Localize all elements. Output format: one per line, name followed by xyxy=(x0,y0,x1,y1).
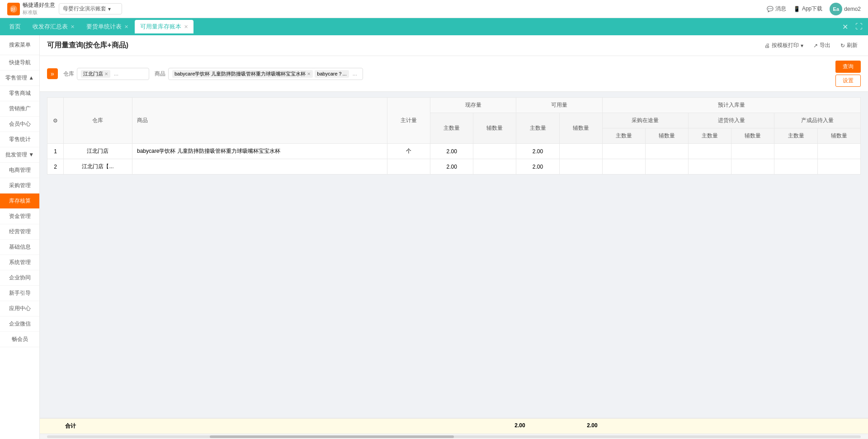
product-tag-0: babycare学饮杯 儿童防摔防撞吸管杯重力球吸嘴杯宝宝水杯 ✕ xyxy=(172,70,313,78)
sidebar-item-member[interactable]: 会员中心 xyxy=(0,117,39,132)
tab-fullscreen-btn[interactable]: ⛶ xyxy=(854,22,864,32)
product-label: 商品 xyxy=(155,70,165,78)
col-settings-header[interactable]: ⚙ xyxy=(47,98,64,144)
col-product-main-header: 主数量 xyxy=(774,128,817,144)
logo-sub-text: 标准版 xyxy=(23,9,55,16)
tab-home-label: 首页 xyxy=(9,23,21,31)
cell-purch-aux-1 xyxy=(645,159,688,175)
cell-no-1: 2 xyxy=(47,159,64,175)
sidebar-item-wholesale[interactable]: 批发管理 ▼ xyxy=(0,147,39,163)
sidebar-item-retail-mgmt[interactable]: 零售管理 ▲ xyxy=(0,71,39,86)
industry-label: 母婴行业演示账套 xyxy=(63,5,106,13)
footer-label: 合计 xyxy=(61,422,97,430)
sidebar-search-area: 搜索菜单 xyxy=(0,35,39,55)
bottom-scrollbar[interactable] xyxy=(40,434,868,439)
tab-order-stats-close[interactable]: ✕ xyxy=(124,24,128,30)
cell-purch-aux-0 xyxy=(645,144,688,159)
chevron-down-icon: ▾ xyxy=(801,42,803,49)
tab-home[interactable]: 首页 xyxy=(4,20,26,33)
sidebar-item-enterprise-wechat[interactable]: 企业微信 xyxy=(0,316,39,332)
col-planned-in-header: 预计入库量 xyxy=(602,98,860,113)
sidebar-search-btn[interactable]: 搜索菜单 xyxy=(4,39,36,51)
sidebar-item-chang-member[interactable]: 畅会员 xyxy=(0,332,39,347)
content-area: 可用量查询(按仓库+商品) 🖨 按模板打印 ▾ ↗ 导出 ↻ 刷新 xyxy=(40,35,868,439)
scroll-thumb[interactable] xyxy=(210,435,454,438)
product-tag-0-remove[interactable]: ✕ xyxy=(307,71,311,76)
sidebar-item-app-center[interactable]: 应用中心 xyxy=(0,301,39,316)
col-purchase-transit-label: 采购在途量 xyxy=(602,113,688,128)
warehouse-more-btn[interactable]: ... xyxy=(112,71,120,77)
top-bar-right: 💬 消息 📱 App下载 Ea demo2 xyxy=(767,3,861,15)
refresh-btn[interactable]: ↻ 刷新 xyxy=(837,40,861,51)
footer-product-main xyxy=(791,422,827,430)
user-area[interactable]: Ea demo2 xyxy=(830,3,861,15)
col-purchase-aux-header: 辅数量 xyxy=(645,128,688,144)
cell-warehouse-0: 江北门店 xyxy=(64,144,132,159)
print-label: 按模板打印 xyxy=(772,42,799,49)
top-bar: 好 畅捷通好生意 标准版 母婴行业演示账套 ▾ 💬 消息 📱 App下载 Ea … xyxy=(0,0,868,18)
sidebar-item-business[interactable]: 经营管理 xyxy=(0,224,39,240)
main-layout: 搜索菜单 快捷导航 零售管理 ▲ 零售商城 营销推广 会员中心 零售统计 批发管… xyxy=(0,35,868,439)
footer-incoming-aux xyxy=(755,422,791,430)
app-download-btn[interactable]: 📱 App下载 xyxy=(793,5,822,13)
cell-inc-aux-0 xyxy=(731,144,774,159)
footer-avail-main: 2.00 xyxy=(574,422,610,430)
product-input[interactable]: babycare学饮杯 儿童防摔防撞吸管杯重力球吸嘴杯宝宝水杯 ✕ babyca… xyxy=(168,68,363,80)
product-tag-text-1: babycare？... xyxy=(317,71,346,77)
query-btn[interactable]: 查询 xyxy=(835,61,861,73)
tab-receive-summary[interactable]: 收发存汇总表 ✕ xyxy=(27,20,80,33)
cell-unit-0: 个 xyxy=(387,144,430,159)
export-btn[interactable]: ↗ 导出 xyxy=(810,40,834,51)
cell-warehouse-1: 江北门店【... xyxy=(64,159,132,175)
cell-inc-main-1 xyxy=(689,159,731,175)
product-more-btn[interactable]: ... xyxy=(351,71,359,77)
footer-current-main: 2.00 xyxy=(502,422,538,430)
tab-bar: 首页 收发存汇总表 ✕ 要货单统计表 ✕ 可用量库存账本 ✕ ✕ ⛶ xyxy=(0,18,868,35)
logo-main-text: 畅捷通好生意 xyxy=(23,2,55,9)
tab-available-stock[interactable]: 可用量库存账本 ✕ xyxy=(135,20,193,33)
message-btn[interactable]: 💬 消息 xyxy=(767,5,786,13)
svg-text:好: 好 xyxy=(11,7,15,12)
cell-avail-aux-1 xyxy=(559,159,602,175)
col-main-unit-header: 主计量 xyxy=(387,98,430,144)
tab-close-all-btn[interactable]: ✕ xyxy=(840,22,850,32)
sidebar-item-purchase[interactable]: 采购管理 xyxy=(0,178,39,194)
footer-product-aux xyxy=(827,422,863,430)
cell-cur-aux-1 xyxy=(473,159,516,175)
sidebar-item-sys[interactable]: 系统管理 xyxy=(0,255,39,270)
cell-cur-aux-0 xyxy=(473,144,516,159)
warehouse-input[interactable]: 江北门店 ✕ ... xyxy=(77,68,149,80)
sidebar-item-retail-stats[interactable]: 零售统计 xyxy=(0,132,39,147)
warehouse-tag-remove[interactable]: ✕ xyxy=(104,71,108,76)
refresh-icon: ↻ xyxy=(840,42,845,49)
col-purchase-main-header: 主数量 xyxy=(602,128,645,144)
sidebar-item-retail-mall[interactable]: 零售商城 xyxy=(0,86,39,101)
sidebar-item-finance[interactable]: 资金管理 xyxy=(0,209,39,224)
sidebar-item-marketing[interactable]: 营销推广 xyxy=(0,101,39,117)
sidebar-item-ecom[interactable]: 电商管理 xyxy=(0,163,39,178)
col-incoming-label: 进货待入量 xyxy=(689,113,774,128)
footer-inner: 合计 2.00 2.00 xyxy=(44,422,863,430)
print-template-btn[interactable]: 🖨 按模板打印 ▾ xyxy=(761,40,807,51)
settings-btn[interactable]: 设置 xyxy=(835,75,861,87)
sidebar-item-inventory[interactable]: 库存核算 xyxy=(0,194,39,209)
cell-unit-1 xyxy=(387,159,430,175)
table-row: 1 江北门店 babycare学饮杯 儿童防摔防撞吸管杯重力球吸嘴杯宝宝水杯 个… xyxy=(47,144,861,159)
col-avail-aux-header: 辅数量 xyxy=(559,113,602,144)
industry-selector[interactable]: 母婴行业演示账套 ▾ xyxy=(59,3,122,14)
cell-avail-aux-0 xyxy=(559,144,602,159)
filter-expand-btn[interactable]: » xyxy=(47,68,58,79)
sidebar-item-new-guide[interactable]: 新手引导 xyxy=(0,286,39,301)
col-current-main-header: 主数量 xyxy=(430,113,473,144)
sidebar-item-quick-nav[interactable]: 快捷导航 xyxy=(0,55,39,71)
table-wrapper[interactable]: ⚙ 仓库 商品 主计量 现存量 可用量 预计入库量 主数量 辅数量 主数量 辅数… xyxy=(40,92,868,418)
col-available-header: 可用量 xyxy=(516,98,602,113)
cell-purch-main-1 xyxy=(602,159,645,175)
sidebar-item-basic-info[interactable]: 基础信息 xyxy=(0,240,39,255)
cell-prod-aux-1 xyxy=(817,159,860,175)
tab-order-stats[interactable]: 要货单统计表 ✕ xyxy=(81,20,134,33)
tab-receive-summary-close[interactable]: ✕ xyxy=(71,24,75,30)
tab-order-stats-label: 要货单统计表 xyxy=(86,23,122,31)
tab-available-stock-close[interactable]: ✕ xyxy=(184,24,188,30)
sidebar-item-enterprise-collab[interactable]: 企业协同 xyxy=(0,270,39,286)
